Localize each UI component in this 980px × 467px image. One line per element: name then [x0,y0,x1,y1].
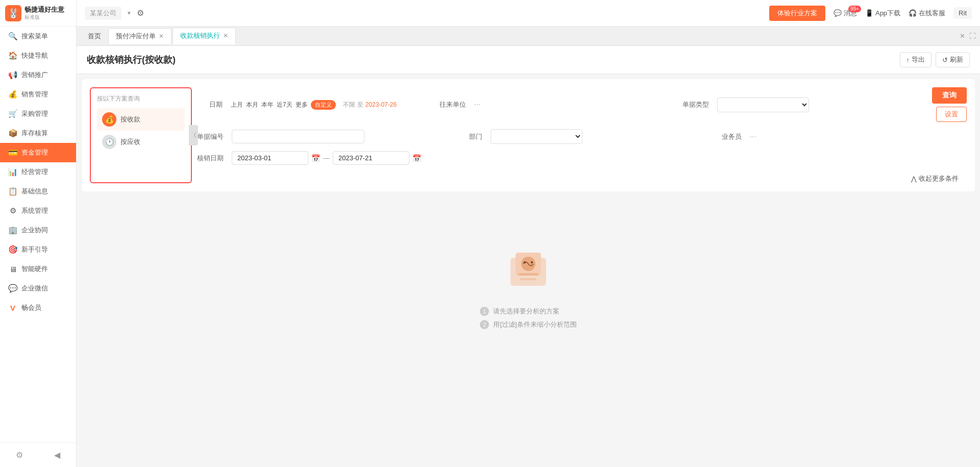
message-icon: 💬 [834,9,842,17]
setting-button[interactable]: 设置 [936,107,967,122]
sidebar-item-business[interactable]: 📊 经营管理 [0,162,76,182]
counterpart-dots[interactable]: ··· [474,100,481,109]
search-menu-icon: 🔍 [8,32,17,41]
trial-industry-button[interactable]: 体验行业方案 [769,6,825,21]
online-service-item[interactable]: 🎧 在线客服 [909,9,945,18]
top-header: 某某公司 ▼ ⚙ 体验行业方案 💬 消息 99+ 📱 App下载 🎧 在线客服 … [77,0,980,27]
tab-prepay[interactable]: 预付冲应付单 ✕ [108,28,172,44]
date-value-display: 2023-07-26 [365,101,397,108]
collapse-more-btn[interactable]: ⋀ 收起更多条件 [197,172,967,183]
tab-collection-label: 收款核销执行 [180,31,220,40]
verify-date-start-input[interactable] [232,151,308,165]
basic-info-icon: 📋 [8,187,17,196]
online-service-icon: 🎧 [909,9,917,17]
sidebar-item-sales[interactable]: 💰 销售管理 [0,85,76,104]
page-header: 收款核销执行(按收款) ↑ 导出 ↺ 刷新 [77,46,980,74]
sidebar-nav: 🔍 搜索菜单 🏠 快捷导航 📢 营销推广 💰 销售管理 🛒 采购管理 📦 库存核… [0,27,76,443]
doc-no-input[interactable] [232,130,364,143]
purchase-icon: 🛒 [8,109,17,118]
sidebar-item-label: 销售管理 [21,90,48,99]
header-right: 体验行业方案 💬 消息 99+ 📱 App下载 🎧 在线客服 Rit [769,6,972,21]
empty-hints: 1 请先选择要分析的方案 2 用[过滤]条件来缩小分析范围 [480,307,576,329]
date-last-month-link[interactable]: 上月 [231,101,243,109]
sidebar-item-finance[interactable]: 💳 资金管理 [0,143,76,162]
sidebar-item-guide[interactable]: 🎯 新手引导 [0,240,76,259]
page-content: 收款核销执行(按收款) ↑ 导出 ↺ 刷新 按以下方案查询 [77,46,980,350]
sidebar-footer: ⚙ ◀ [0,443,76,467]
tab-close-all-icon[interactable]: ✕ [960,32,965,40]
verify-date-label: 核销日期 [197,154,224,163]
verify-date-range: 📅 — 📅 [232,151,421,165]
receivable-icon: 🕐 [102,135,116,149]
app-download-item[interactable]: 📱 App下载 [865,9,900,18]
sidebar-item-member[interactable]: V 畅会员 [0,298,76,317]
sidebar-item-system[interactable]: ⚙ 系统管理 [0,201,76,220]
sidebar-item-purchase[interactable]: 🛒 采购管理 [0,104,76,124]
verify-date-end-input[interactable] [333,151,409,165]
date-custom-tag[interactable]: 自定义 [311,100,336,110]
sidebar-item-quick-nav[interactable]: 🏠 快捷导航 [0,46,76,65]
sidebar-item-label: 智能硬件 [21,264,48,274]
main-content: 某某公司 ▼ ⚙ 体验行业方案 💬 消息 99+ 📱 App下载 🎧 在线客服 … [77,0,980,467]
tab-collection-close-icon[interactable]: ✕ [223,32,228,39]
sidebar-item-hardware[interactable]: 🖥 智能硬件 [0,259,76,279]
hint-num-1: 1 [480,307,489,316]
export-button[interactable]: ↑ 导出 [900,52,932,67]
filter-receipt-label: 按收款 [120,115,140,124]
date-to-label: 至 [357,101,363,109]
sales-dots[interactable]: ··· [750,132,756,141]
svg-point-4 [531,261,533,263]
sidebar-item-label: 企业协同 [21,226,48,235]
company-dropdown-icon[interactable]: ▼ [127,10,132,16]
filter-actions: 查询 设置 [926,87,967,122]
sidebar-item-label: 基础信息 [21,187,48,196]
date-range-dash: — [323,154,330,162]
filter-panel-collapse-btn[interactable]: 《 [189,125,198,145]
verify-date-end-calendar-icon[interactable]: 📅 [412,154,421,162]
sidebar-item-label: 新手引导 [21,245,48,254]
sidebar-item-wechat[interactable]: 💬 企业微信 [0,279,76,298]
message-item[interactable]: 💬 消息 99+ [834,9,857,18]
user-account-item[interactable]: Rit [953,7,972,19]
company-name: 某某公司 [85,7,121,20]
date-this-year-link[interactable]: 本年 [261,101,274,109]
content-area: 收款核销执行(按收款) ↑ 导出 ↺ 刷新 按以下方案查询 [77,46,980,467]
date-7days-link[interactable]: 近7天 [277,101,292,109]
filter-row-3: 核销日期 📅 — 📅 [197,151,967,165]
hardware-icon: 🖥 [8,265,17,274]
tab-bar-right: ✕ ⛶ [960,32,976,40]
sidebar-settings-btn[interactable]: ⚙ [16,450,23,460]
empty-hint-1: 1 请先选择要分析的方案 [480,307,576,316]
system-icon: ⚙ [8,206,17,215]
verify-date-start-calendar-icon[interactable]: 📅 [311,154,320,162]
app-title: 畅捷通好生意 [24,6,64,14]
tab-prepay-close-icon[interactable]: ✕ [159,33,164,40]
tab-home[interactable]: 首页 [81,29,108,44]
header-gear-button[interactable]: ⚙ [137,8,144,18]
sidebar-collapse-btn[interactable]: ◀ [54,450,60,460]
sales-label: 业务员 [716,132,742,141]
refresh-button[interactable]: ↺ 刷新 [936,52,970,67]
verify-date-field: 📅 — 📅 [232,151,967,165]
sidebar-item-search-menu[interactable]: 🔍 搜索菜单 [0,27,76,46]
query-button[interactable]: 查询 [932,87,967,104]
tab-expand-icon[interactable]: ⛶ [969,32,976,40]
online-service-label: 在线客服 [919,9,945,18]
date-this-month-link[interactable]: 本月 [246,101,258,109]
filter-by-receipt[interactable]: 💰 按收款 [97,108,185,131]
collapse-chevron-icon: ⋀ [911,175,917,183]
sales-field: ··· [750,132,967,141]
tab-collection[interactable]: 收款核销执行 ✕ [173,28,236,44]
enterprise-icon: 🏢 [8,226,17,235]
sidebar-item-marketing[interactable]: 📢 营销推广 [0,65,76,85]
filter-by-receivable[interactable]: 🕐 按应收 [97,131,185,153]
sidebar-item-inventory[interactable]: 📦 库存核算 [0,124,76,143]
dept-select[interactable] [491,129,582,144]
date-more-link[interactable]: 更多 [296,101,308,109]
app-download-label: App下载 [875,9,900,18]
sidebar-item-basic-info[interactable]: 📋 基础信息 [0,182,76,201]
hint-text-2: 用[过滤]条件来缩小分析范围 [493,320,576,329]
doc-type-select[interactable] [717,97,809,112]
sidebar-item-enterprise[interactable]: 🏢 企业协同 [0,220,76,240]
inventory-icon: 📦 [8,129,17,138]
